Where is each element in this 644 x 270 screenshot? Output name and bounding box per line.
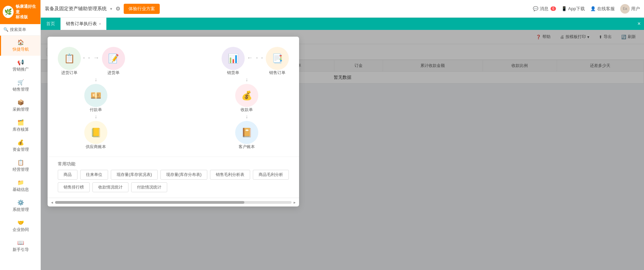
popup: 📋 进货订单 - - → 📝 进货单 📊 销货单 xyxy=(48,37,299,206)
common-btn-stock-status[interactable]: 现存量(库存状况表) xyxy=(111,170,158,180)
scroll-right-icon[interactable]: ▸ xyxy=(294,200,296,205)
sale-order-label: 销售订单 xyxy=(269,70,285,76)
arrow-down-payment: ↓ xyxy=(84,113,107,120)
flow-node-sale-order[interactable]: 📑 销售订单 xyxy=(266,47,289,76)
arrow-down-receipt: ↓ xyxy=(235,113,258,120)
message-icon: 💬 xyxy=(533,6,538,11)
arrow-down-sale: ↓ xyxy=(235,76,258,83)
receipt-icon: 💰 xyxy=(235,84,258,107)
purchase-order-label: 进货订单 xyxy=(61,70,77,76)
flow-node-purchase-bill[interactable]: 📝 进货单 xyxy=(102,47,125,76)
system-title: 装备及固定资产辅助管理系统 xyxy=(45,6,107,12)
sale-bill-label: 销货单 xyxy=(227,70,239,76)
sidebar: 🌿 畅康通好生意 标准版 🔍 搜索菜单 🏠 快捷导航 📢 营销推广 🛒 销售管理… xyxy=(0,0,41,270)
scroll-row: ◂ ▸ xyxy=(48,198,299,206)
sales-icon: 🛒 xyxy=(17,79,24,86)
close-all-tabs-btn[interactable]: × xyxy=(638,21,641,27)
common-btn-stock-dist[interactable]: 现存量(库存分布表) xyxy=(160,170,207,180)
header-right: 💬 消息 6 📱 App下载 👤 在线客服 Ea 用户 xyxy=(533,4,640,14)
online-service-btn[interactable]: 👤 在线客服 xyxy=(590,6,615,12)
flow-node-supplier-ledger[interactable]: 📒 供应商账本 xyxy=(84,121,107,150)
common-btn-payment-stat[interactable]: 付款情况统计 xyxy=(131,182,167,192)
download-icon: 📱 xyxy=(561,6,567,11)
supplier-ledger-label: 供应商账本 xyxy=(86,144,106,150)
message-badge: 6 xyxy=(551,6,556,11)
sidebar-item-guide[interactable]: 📖 新手引导 xyxy=(0,236,40,256)
finance-icon: 💰 xyxy=(17,139,24,146)
receipt-label: 收款单 xyxy=(241,107,253,113)
customer-ledger-label: 客户账本 xyxy=(239,144,255,150)
sidebar-item-quick-nav[interactable]: 🏠 快捷导航 xyxy=(0,36,40,56)
sidebar-item-finance[interactable]: 💰 资金管理 xyxy=(0,136,40,156)
user-avatar-btn[interactable]: Ea 用户 xyxy=(620,4,640,14)
flow-node-receipt[interactable]: 💰 收款单 xyxy=(235,84,258,113)
purchase-icon: 📦 xyxy=(17,99,24,106)
sidebar-item-system[interactable]: ⚙️ 系统管理 xyxy=(0,196,40,216)
tab-sales-order[interactable]: 销售订单执行表 × xyxy=(60,18,106,30)
purchase-bill-label: 进货单 xyxy=(107,70,120,76)
sidebar-nav: 🏠 快捷导航 📢 营销推广 🛒 销售管理 📦 采购管理 🗂️ 库存核算 💰 资金… xyxy=(0,36,40,270)
sidebar-item-marketing[interactable]: 📢 营销推广 xyxy=(0,56,40,76)
common-btn-sales-rank[interactable]: 销售排行榜 xyxy=(58,182,90,192)
common-btn-product-gross[interactable]: 商品毛利分析 xyxy=(253,170,289,180)
arrow-down-purchase: ↓ xyxy=(84,76,107,83)
sidebar-item-inventory[interactable]: 🗂️ 库存核算 xyxy=(0,116,40,136)
dropdown-icon[interactable]: ▾ xyxy=(110,6,112,11)
common-btn-product[interactable]: 商品 xyxy=(58,170,77,180)
corp-icon: 🤝 xyxy=(17,219,24,226)
tab-bar: 首页 销售订单执行表 × × xyxy=(41,18,644,30)
flow-node-payment[interactable]: 💴 付款单 xyxy=(84,84,107,113)
common-title: 常用功能 xyxy=(58,161,289,167)
flow-node-customer-ledger[interactable]: 📔 客户账本 xyxy=(235,121,258,150)
arrow-sale-order-to-bill: ← - - xyxy=(247,47,264,61)
flow-section: 📋 进货订单 - - → 📝 进货单 📊 销货单 xyxy=(48,37,299,157)
common-buttons-row2: 销售排行榜 收款情况统计 付款情况统计 xyxy=(58,182,289,192)
marketing-icon: 📢 xyxy=(17,59,24,66)
payment-label: 付款单 xyxy=(90,107,102,113)
flow-node-purchase-order[interactable]: 📋 进货订单 xyxy=(58,47,81,76)
scroll-left-icon[interactable]: ◂ xyxy=(51,200,53,205)
flow-node-sale-bill[interactable]: 📊 销货单 xyxy=(222,47,245,76)
sidebar-item-purchase[interactable]: 📦 采购管理 xyxy=(0,96,40,116)
header: 装备及固定资产辅助管理系统 ▾ ⚙ 体验行业方案 💬 消息 6 📱 App下载 … xyxy=(41,0,644,18)
service-icon: 👤 xyxy=(590,6,596,11)
logo-icon: 🌿 xyxy=(3,6,14,18)
sidebar-item-corp[interactable]: 🤝 企业协同 xyxy=(0,216,40,236)
common-btn-gross-analysis[interactable]: 销售毛利分析表 xyxy=(210,170,250,180)
settings-icon[interactable]: ⚙ xyxy=(116,5,120,12)
message-btn[interactable]: 💬 消息 6 xyxy=(533,6,556,12)
inventory-icon: 🗂️ xyxy=(17,119,24,126)
customer-ledger-icon: 📔 xyxy=(235,121,258,144)
purchase-bill-icon: 📝 xyxy=(102,47,125,70)
operation-icon: 📋 xyxy=(17,159,24,166)
search-icon: 🔍 xyxy=(3,27,8,32)
common-btn-partners[interactable]: 往来单位 xyxy=(80,170,108,180)
arrow-purchase-to-bill: - - → xyxy=(83,47,100,61)
sidebar-item-operation[interactable]: 📋 经营管理 xyxy=(0,156,40,176)
scroll-thumb xyxy=(55,201,244,204)
guide-icon: 📖 xyxy=(17,239,24,246)
trial-button[interactable]: 体验行业方案 xyxy=(124,4,160,14)
tab-close-icon[interactable]: × xyxy=(99,22,101,26)
supplier-ledger-icon: 📒 xyxy=(84,121,107,144)
common-section: 常用功能 商品 往来单位 现存量(库存状况表) 现存量(库存分布表) 销售毛利分… xyxy=(48,157,299,198)
purchase-order-icon: 📋 xyxy=(58,47,81,70)
scroll-track[interactable] xyxy=(55,201,292,204)
app-download-btn[interactable]: 📱 App下载 xyxy=(561,6,585,12)
system-icon: ⚙️ xyxy=(17,199,24,206)
common-btn-receipt-stat[interactable]: 收款情况统计 xyxy=(92,182,128,192)
common-buttons-row1: 商品 往来单位 现存量(库存状况表) 现存量(库存分布表) 销售毛利分析表 商品… xyxy=(58,170,289,180)
sidebar-item-basic[interactable]: 📁 基础信息 xyxy=(0,176,40,196)
tab-home[interactable]: 首页 xyxy=(41,18,60,30)
avatar: Ea xyxy=(620,4,630,14)
payment-icon: 💴 xyxy=(84,84,107,107)
sidebar-logo: 🌿 畅康通好生意 标准版 xyxy=(0,0,40,24)
overlay: 📋 进货订单 - - → 📝 进货单 📊 销货单 xyxy=(41,30,644,270)
home-icon: 🏠 xyxy=(17,39,24,46)
logo-text: 畅康通好生意 标准版 xyxy=(16,4,38,20)
sidebar-item-sales[interactable]: 🛒 销售管理 xyxy=(0,76,40,96)
basic-icon: 📁 xyxy=(17,179,24,186)
sale-order-icon: 📑 xyxy=(266,47,289,70)
sale-bill-icon: 📊 xyxy=(222,47,245,70)
sidebar-search[interactable]: 🔍 搜索菜单 xyxy=(0,24,40,36)
